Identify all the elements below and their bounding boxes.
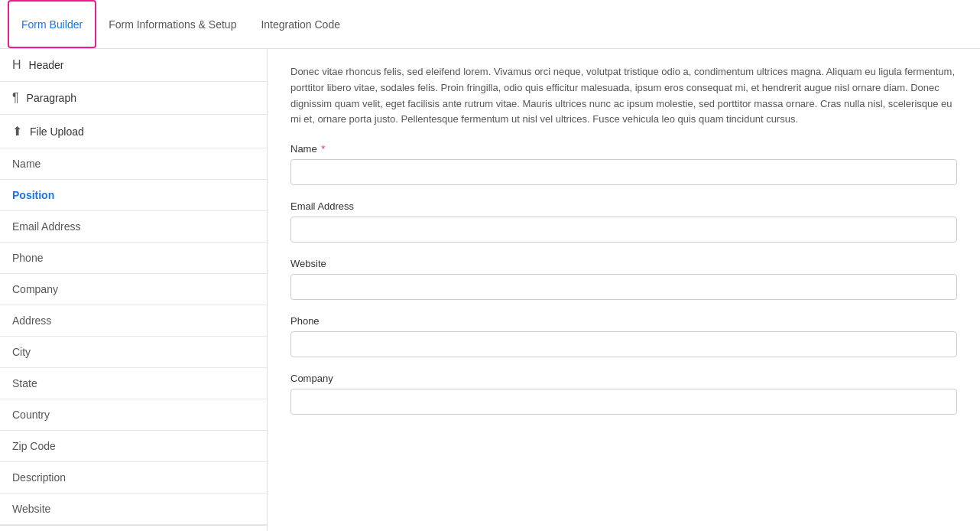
sidebar-item-state-label: State (12, 377, 37, 389)
sidebar-item-city-label: City (12, 346, 31, 358)
form-field-name: Name * (290, 143, 957, 185)
sidebar-item-email-label: Email Address (12, 220, 80, 233)
sidebar-item-state[interactable]: State (0, 368, 267, 399)
sidebar-item-paragraph[interactable]: ¶ Paragraph (0, 82, 267, 115)
sidebar-item-phone[interactable]: Phone (0, 243, 267, 274)
sidebar-item-company-label: Company (12, 283, 58, 295)
required-indicator: * (319, 143, 326, 155)
name-input[interactable] (290, 159, 957, 185)
tab-form-builder[interactable]: Form Builder (8, 0, 96, 48)
sidebar-item-paragraph-label: Paragraph (27, 92, 76, 104)
tab-integration-code[interactable]: Integration Code (248, 0, 352, 48)
tab-form-info[interactable]: Form Informations & Setup (96, 0, 248, 48)
website-input[interactable] (290, 274, 957, 300)
sidebar-item-city[interactable]: City (0, 337, 267, 368)
form-label-company: Company (290, 373, 957, 384)
sidebar-item-description-label: Description (12, 471, 66, 484)
sidebar-item-zip-code[interactable]: Zip Code (0, 431, 267, 462)
sidebar-item-email-address[interactable]: Email Address (0, 211, 267, 243)
sidebar-item-header-label: Header (29, 59, 64, 71)
sidebar-item-header[interactable]: H Header (0, 49, 267, 82)
sidebar-item-website-label: Website (12, 503, 50, 515)
top-navigation: Form Builder Form Informations & Setup I… (0, 0, 980, 49)
header-icon: H (12, 58, 21, 72)
sidebar-item-company[interactable]: Company (0, 274, 267, 305)
sidebar-item-position[interactable]: Position (0, 180, 267, 211)
sidebar-item-website[interactable]: Website (0, 494, 267, 525)
form-field-phone: Phone (290, 315, 957, 357)
form-field-company: Company (290, 373, 957, 415)
form-description: Donec vitae rhoncus felis, sed eleifend … (290, 64, 957, 128)
file-upload-icon: ⬆ (12, 124, 22, 138)
sidebar: H Header ¶ Paragraph ⬆ File Upload Name … (0, 49, 268, 531)
form-label-phone: Phone (290, 315, 957, 327)
phone-input[interactable] (290, 331, 957, 357)
sidebar-item-country-label: Country (12, 409, 50, 421)
sidebar-item-name[interactable]: Name (0, 148, 267, 180)
form-area: Donec vitae rhoncus felis, sed eleifend … (268, 49, 980, 531)
sidebar-item-zip-label: Zip Code (12, 440, 56, 452)
sidebar-item-position-label: Position (12, 189, 54, 201)
sidebar-item-description[interactable]: Description (0, 462, 267, 494)
sidebar-footer: CLEAR SAVE (0, 525, 267, 531)
sidebar-item-file-upload-label: File Upload (30, 125, 84, 138)
sidebar-item-name-label: Name (12, 158, 41, 170)
sidebar-item-file-upload[interactable]: ⬆ File Upload (0, 115, 267, 148)
form-field-website: Website (290, 258, 957, 300)
form-label-website: Website (290, 258, 957, 269)
email-input[interactable] (290, 217, 957, 243)
sidebar-item-address[interactable]: Address (0, 305, 267, 337)
form-label-name: Name * (290, 143, 957, 155)
sidebar-item-address-label: Address (12, 314, 51, 327)
company-input[interactable] (290, 389, 957, 415)
form-label-email: Email Address (290, 200, 957, 212)
form-field-email: Email Address (290, 200, 957, 243)
paragraph-icon: ¶ (12, 91, 19, 105)
sidebar-item-phone-label: Phone (12, 252, 43, 264)
sidebar-item-country[interactable]: Country (0, 399, 267, 431)
main-layout: H Header ¶ Paragraph ⬆ File Upload Name … (0, 49, 980, 531)
